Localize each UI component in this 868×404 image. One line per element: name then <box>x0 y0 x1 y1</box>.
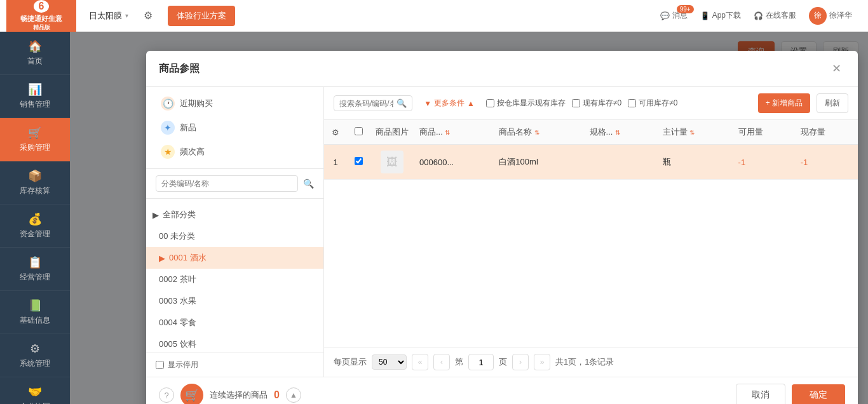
category-search-icon[interactable]: 🔍 <box>303 178 314 189</box>
filter-arrow: ▲ <box>467 99 475 108</box>
spec-sort-arrows: ⇅ <box>615 129 620 136</box>
warehouse-display-input[interactable] <box>486 99 494 107</box>
product-search-wrap: 🔍 <box>334 95 412 111</box>
shortcut-frequent[interactable]: ★ 频次高 <box>156 142 314 162</box>
help-icon: ? <box>164 391 168 400</box>
system-icon: ⚙ <box>30 342 40 356</box>
select-all-checkbox[interactable] <box>355 127 363 135</box>
navbar-right: 💬 消息 99+ 📱 App下载 🎧 在线客服 徐 徐泽华 <box>660 7 862 25</box>
category-liquor[interactable]: ▶ 0001 酒水 <box>146 247 323 269</box>
help-button[interactable]: ? <box>159 387 174 403</box>
refresh-button[interactable]: 刷新 <box>817 93 848 113</box>
add-product-button[interactable]: + 新增商品 <box>758 93 810 113</box>
product-search-icon[interactable]: 🔍 <box>397 98 407 108</box>
sidebar-item-purchase[interactable]: 🛒 采购管理 <box>0 118 70 161</box>
modal-close-button[interactable]: ✕ <box>827 60 845 77</box>
purchase-icon: 🛒 <box>28 126 42 140</box>
page-unit: 页 <box>499 356 507 368</box>
th-available: 可用量 <box>733 120 796 145</box>
sidebar-label-finance: 资金管理 <box>20 229 50 239</box>
service-item[interactable]: 🎧 在线客服 <box>754 10 796 21</box>
shortcut-recent[interactable]: 🕐 近期购买 <box>156 93 314 114</box>
warehouse-display-checkbox[interactable]: 按仓库显示现有库存 <box>486 98 566 109</box>
sidebar-item-basic[interactable]: 📗 基础信息 <box>0 291 70 334</box>
right-toolbar: 🔍 ▼ 更多条件 ▲ 按仓库显示现有库存 <box>324 87 858 120</box>
sales-icon: 📊 <box>28 83 42 97</box>
prev-page-button[interactable]: ‹ <box>433 354 450 370</box>
store-selector[interactable]: 日太阳膜 ▾ <box>89 10 128 22</box>
product-table: ⚙ 商品图片 商品... ⇅ <box>324 120 858 180</box>
logo-sub: 精品版 <box>33 24 50 32</box>
sidebar-item-inventory[interactable]: 📦 库存核算 <box>0 161 70 205</box>
category-tea[interactable]: 0002 茶叶 <box>146 269 323 290</box>
available-nonzero-input[interactable] <box>572 99 580 107</box>
per-page-label: 每页显示 <box>334 356 367 368</box>
sidebar-item-home[interactable]: 🏠 首页 <box>0 32 70 75</box>
cancel-button[interactable]: 取消 <box>736 384 785 404</box>
sidebar-label-home: 首页 <box>27 56 43 67</box>
recent-icon: 🕐 <box>161 97 175 111</box>
show-disabled-section: 显示停用 <box>146 353 323 377</box>
first-page-button[interactable]: « <box>412 354 428 370</box>
new-icon: ✦ <box>161 121 175 135</box>
collapse-icon: ▲ <box>290 391 297 400</box>
show-disabled-checkbox[interactable] <box>156 361 164 369</box>
shortcut-frequent-label: 频次高 <box>180 146 205 158</box>
cart-icon: 🛒 <box>185 388 199 402</box>
category-search-input[interactable] <box>156 175 298 192</box>
category-fruit[interactable]: 0003 水果 <box>146 290 323 312</box>
td-checkbox[interactable] <box>347 145 370 180</box>
show-disabled-label[interactable]: 显示停用 <box>168 360 198 370</box>
sidebar-item-enterprise[interactable]: 🤝 企业协同 <box>0 377 70 404</box>
sidebar-item-finance[interactable]: 💰 资金管理 <box>0 205 70 248</box>
finance-icon: 💰 <box>28 212 42 226</box>
th-unit[interactable]: 主计量 ⇅ <box>658 120 733 145</box>
usable-nonzero-input[interactable] <box>628 99 636 107</box>
td-spec <box>585 145 658 180</box>
last-page-button[interactable]: » <box>534 354 550 370</box>
category-uncategorized[interactable]: 00 未分类 <box>146 226 323 247</box>
th-checkbox[interactable] <box>347 120 370 145</box>
total-info: 共1页，1条记录 <box>555 356 614 368</box>
username: 徐泽华 <box>829 10 852 21</box>
unit-sort-arrows: ⇅ <box>689 129 695 136</box>
app-download-item[interactable]: 📱 App下载 <box>700 10 741 21</box>
category-snacks[interactable]: 0004 零食 <box>146 312 323 333</box>
category-drinks[interactable]: 0005 饮料 <box>146 333 323 353</box>
th-stock: 现存量 <box>796 120 858 145</box>
next-page-button[interactable]: › <box>512 354 529 370</box>
trial-button[interactable]: 体验行业方案 <box>168 6 235 26</box>
user-item[interactable]: 徐 徐泽华 <box>809 7 852 25</box>
product-search-input[interactable] <box>339 99 393 108</box>
selected-label: 连续选择的商品 <box>210 389 268 401</box>
logo-icon: 6 <box>34 0 49 13</box>
sidebar-item-system[interactable]: ⚙ 系统管理 <box>0 334 70 377</box>
th-code[interactable]: 商品... ⇅ <box>414 120 494 145</box>
usable-nonzero-checkbox[interactable]: 可用库存≠0 <box>628 98 677 109</box>
settings-icon[interactable]: ⚙ <box>138 6 158 26</box>
cart-button[interactable]: 🛒 <box>180 384 203 404</box>
th-spec[interactable]: 规格... ⇅ <box>585 120 658 145</box>
row-checkbox[interactable] <box>355 157 363 165</box>
refresh-icon: 刷新 <box>825 98 840 109</box>
message-item[interactable]: 💬 消息 99+ <box>660 10 688 21</box>
shortcut-new[interactable]: ✦ 新品 <box>156 118 314 138</box>
main-layout: 🏠 首页 📊 销售管理 🛒 采购管理 📦 库存核算 💰 资金管理 📋 经营管理 … <box>0 32 868 404</box>
confirm-button[interactable]: 确定 <box>792 384 845 404</box>
footer-collapse-button[interactable]: ▲ <box>286 387 301 403</box>
right-panel: 🔍 ▼ 更多条件 ▲ 按仓库显示现有库存 <box>324 87 858 377</box>
shortcut-recent-label: 近期购买 <box>180 98 213 109</box>
available-nonzero-checkbox[interactable]: 现有库存≠0 <box>572 98 621 109</box>
more-filters-button[interactable]: ▼ 更多条件 ▲ <box>419 95 480 111</box>
page-number-input[interactable] <box>468 354 494 370</box>
category-all[interactable]: ▶ 全部分类 <box>146 204 323 226</box>
per-page-select[interactable]: 50 10 20 100 <box>372 354 407 370</box>
user-avatar: 徐 <box>809 7 827 25</box>
app-label: App下载 <box>712 10 741 21</box>
th-name[interactable]: 商品名称 ⇅ <box>494 120 584 145</box>
th-gear[interactable]: ⚙ <box>324 120 347 145</box>
service-icon: 🎧 <box>754 11 763 20</box>
table-row[interactable]: 1 🖼 000600... 白酒100ml <box>324 145 858 180</box>
sidebar-item-sales[interactable]: 📊 销售管理 <box>0 75 70 118</box>
sidebar-item-operation[interactable]: 📋 经营管理 <box>0 248 70 291</box>
